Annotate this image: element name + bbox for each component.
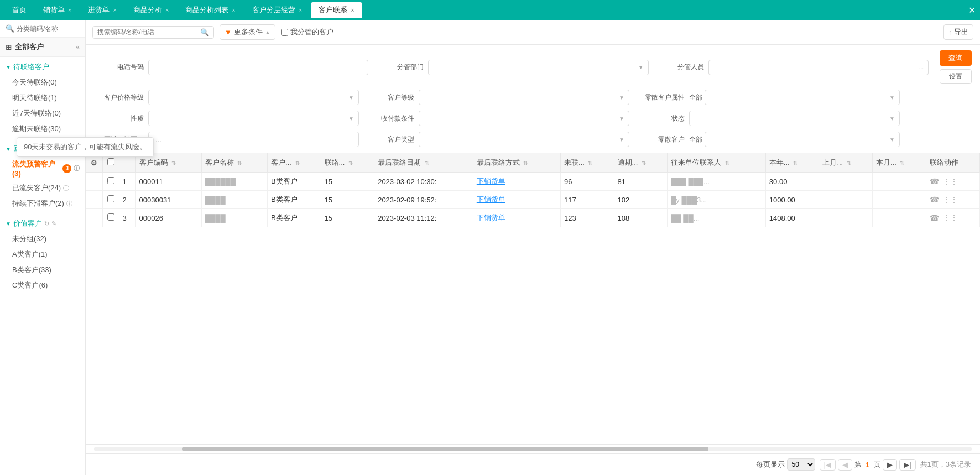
sidebar-search-input[interactable] — [17, 25, 86, 33]
th-customer-name[interactable]: 客户名称 ⇅ — [201, 153, 267, 173]
more-action-icon-1[interactable]: ⋮⋮ — [942, 195, 958, 204]
search-button[interactable]: 🔍 — [200, 28, 209, 36]
search-input[interactable] — [97, 28, 198, 36]
this-month-sort-icon[interactable]: ⇅ — [900, 160, 904, 166]
page-size-select[interactable]: 50 100 — [787, 458, 815, 471]
query-button[interactable]: 查询 — [940, 50, 972, 66]
region-dots[interactable]: ... — [153, 135, 164, 144]
tab-purchase-close[interactable]: × — [113, 7, 116, 13]
row-checkbox-2[interactable] — [107, 213, 114, 221]
row-checkbox-1[interactable] — [107, 195, 114, 202]
contact-sort-icon[interactable]: ⇅ — [348, 160, 353, 166]
last-contact-method-sort-icon[interactable]: ⇅ — [523, 160, 528, 166]
tab-product-analysis-list[interactable]: 商品分析列表 × — [178, 2, 243, 18]
tab-home[interactable]: 首页 — [4, 2, 34, 18]
sidebar-item-churned[interactable]: 已流失客户(24) ⓘ — [0, 180, 85, 196]
th-unit-contact[interactable]: 往来单位联系人 ⇅ — [668, 153, 766, 173]
my-customers-checkbox-label[interactable]: 我分管的客户 — [281, 27, 333, 37]
more-action-icon-2[interactable]: ⋮⋮ — [942, 213, 958, 222]
overdue-sort-icon[interactable]: ⇅ — [642, 160, 646, 166]
scroll-thumb[interactable] — [182, 447, 708, 451]
my-customers-checkbox[interactable] — [281, 29, 288, 36]
customer-type-select[interactable]: ▼ — [419, 132, 629, 147]
td-checkbox-0[interactable] — [102, 173, 119, 191]
th-overdue[interactable]: 逾期... ⇅ — [614, 153, 668, 173]
phone-input[interactable] — [148, 60, 368, 75]
td-last-contact-method-2[interactable]: 下销货单 — [473, 209, 560, 227]
customer-code-sort-icon[interactable]: ⇅ — [171, 160, 176, 166]
contact-action-icon-1[interactable]: ☎ — [930, 195, 939, 204]
tab-customer-contact-close[interactable]: × — [351, 7, 354, 13]
unit-contact-sort-icon[interactable]: ⇅ — [725, 160, 729, 166]
customer-type-sort-icon[interactable]: ⇅ — [295, 160, 300, 166]
churned-info-icon[interactable]: ⓘ — [63, 184, 69, 192]
td-last-contact-method-1[interactable]: 下销货单 — [473, 191, 560, 209]
sidebar-item-a-class[interactable]: A类客户(1) — [0, 247, 85, 262]
gender-select[interactable]: ▼ — [148, 111, 359, 126]
uncontacted-sort-icon[interactable]: ⇅ — [588, 160, 592, 166]
sidebar-item-c-class[interactable]: C类客户(6) — [0, 278, 85, 293]
th-last-contact-method[interactable]: 最后联络方式 ⇅ — [473, 153, 560, 173]
sidebar-item-tomorrow-contact[interactable]: 明天待联络(1) — [0, 90, 85, 106]
th-last-month[interactable]: 上月... ⇅ — [819, 153, 873, 173]
last-contact-method-link-1[interactable]: 下销货单 — [477, 195, 505, 203]
td-checkbox-2[interactable] — [102, 209, 119, 227]
tab-customer-tier[interactable]: 客户分层经营 × — [244, 2, 310, 18]
sidebar-all-customers[interactable]: ⊞ 全部客户 « — [0, 38, 85, 57]
th-this-month[interactable]: 本月... ⇅ — [872, 153, 926, 173]
more-action-icon-0[interactable]: ⋮⋮ — [942, 177, 958, 186]
last-page-button[interactable]: ▶| — [899, 459, 915, 471]
zero-customers-select[interactable]: ▼ — [705, 132, 900, 147]
tab-sales-close[interactable]: × — [68, 7, 71, 13]
collapse-icon[interactable]: « — [76, 43, 80, 51]
this-year-sort-icon[interactable]: ⇅ — [793, 160, 797, 166]
region-select[interactable]: ... — [148, 132, 359, 147]
sidebar-item-today-contact[interactable]: 今天待联络(0) — [0, 75, 85, 90]
horizontal-scrollbar[interactable] — [86, 444, 980, 453]
close-all-button[interactable]: ✕ — [968, 5, 976, 15]
more-filters-button[interactable]: ▼ 更多条件 ▲ — [220, 24, 275, 40]
customer-level-select[interactable]: ▼ — [419, 90, 629, 105]
value-group-title[interactable]: ▼ 价值客户 ↻ ✎ — [0, 216, 85, 231]
contact-action-icon-0[interactable]: ☎ — [930, 177, 939, 186]
th-uncontacted[interactable]: 未联... ⇅ — [561, 153, 614, 173]
prev-page-button[interactable]: ◀ — [838, 459, 852, 471]
th-customer-type[interactable]: 客户... ⇅ — [268, 153, 321, 173]
sidebar-item-week-contact[interactable]: 近7天待联络(0) — [0, 106, 85, 121]
person-select[interactable]: ... — [708, 60, 929, 75]
contact-action-icon-2[interactable]: ☎ — [930, 213, 939, 222]
sidebar-item-declining[interactable]: 持续下滑客户(2) ⓘ — [0, 196, 85, 211]
last-contact-method-link-2[interactable]: 下销货单 — [477, 213, 505, 222]
value-edit-icon[interactable]: ✎ — [51, 220, 56, 227]
tab-product-analysis-list-close[interactable]: × — [232, 7, 235, 13]
sidebar-item-churn-warning[interactable]: 流失预警客户(3) 3 ⓘ — [0, 156, 85, 180]
tab-customer-tier-close[interactable]: × — [299, 7, 302, 13]
th-last-contact-date[interactable]: 最后联络日期 ⇅ — [374, 153, 473, 173]
churn-warning-info-icon[interactable]: ⓘ — [74, 164, 80, 173]
pending-contact-group-title[interactable]: ▼ 待联络客户 — [0, 59, 85, 75]
th-contact[interactable]: 联络... ⇅ — [321, 153, 374, 173]
select-all-checkbox[interactable] — [107, 158, 114, 165]
declining-info-icon[interactable]: ⓘ — [66, 200, 72, 208]
first-page-button[interactable]: |◀ — [820, 459, 836, 471]
sidebar-item-b-class[interactable]: B类客户(33) — [0, 262, 85, 278]
sidebar-item-ungrouped[interactable]: 未分组(32) — [0, 231, 85, 247]
payment-select[interactable]: ▼ — [419, 111, 629, 126]
tab-sales[interactable]: 销货单 × — [35, 2, 79, 18]
tab-purchase[interactable]: 进货单 × — [80, 2, 124, 18]
td-last-contact-method-0[interactable]: 下销货单 — [473, 173, 560, 191]
zero-attr-select[interactable]: ▼ — [705, 90, 900, 105]
status-select[interactable]: ▼ — [689, 111, 900, 126]
tab-product-analysis-close[interactable]: × — [165, 7, 169, 13]
tab-product-analysis[interactable]: 商品分析 × — [126, 2, 176, 18]
th-this-year[interactable]: 本年... ⇅ — [765, 153, 819, 173]
last-contact-method-link-0[interactable]: 下销货单 — [477, 177, 505, 185]
td-checkbox-1[interactable] — [102, 191, 119, 209]
last-contact-date-sort-icon[interactable]: ⇅ — [425, 160, 429, 166]
last-month-sort-icon[interactable]: ⇅ — [847, 160, 851, 166]
customer-name-sort-icon[interactable]: ⇅ — [237, 160, 242, 166]
export-button[interactable]: ↑ 导出 — [943, 24, 974, 40]
dept-select[interactable]: ▼ — [428, 60, 648, 75]
tab-customer-contact[interactable]: 客户联系 × — [311, 2, 362, 18]
price-level-select[interactable]: ▼ — [148, 90, 359, 105]
